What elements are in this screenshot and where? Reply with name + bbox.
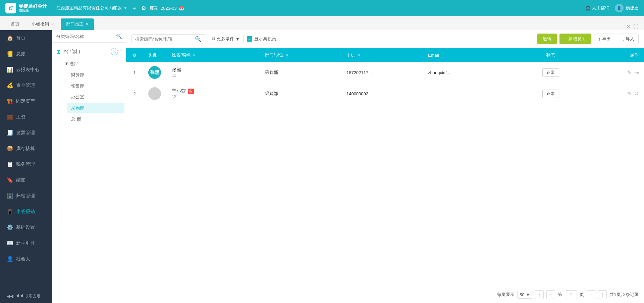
tab-department-close[interactable]: ✕ (86, 22, 89, 27)
import-button[interactable]: ↓ 导入 (618, 34, 639, 44)
tab-department[interactable]: 部门员工 ✕ (61, 18, 94, 30)
row1-dept-cell: 采购部 (260, 62, 341, 83)
page-number-input[interactable] (565, 290, 577, 299)
show-resigned-checkbox[interactable]: ✓ (247, 36, 252, 42)
sidebar-item-guide[interactable]: 📖 新手引导 (0, 235, 52, 251)
row2-name-row: 宁小萱 应 (172, 88, 254, 94)
sidebar-item-checkout-label: 结账 (16, 177, 25, 183)
column-settings-icon[interactable]: ⚙ (132, 53, 137, 58)
sidebar-item-ledger[interactable]: 📒 总账 (0, 46, 52, 62)
sidebar-item-invoice[interactable]: 🧾 发票管理 (0, 125, 52, 141)
user-area[interactable]: 👤 畅捷通 (615, 4, 639, 12)
page-size-value: 50 (520, 292, 524, 297)
sidebar-item-expense[interactable]: 📱 小畅报销 (0, 204, 52, 219)
sidebar-item-funds[interactable]: 💰 资金管理 (0, 78, 52, 93)
employee-tbody: 1 张熙 张熙 11 (126, 62, 644, 104)
tab-close-window-icon[interactable]: ✕ (626, 23, 631, 30)
page-size-select[interactable]: 50 ▼ (517, 291, 532, 299)
sidebar-item-settings[interactable]: ⚙️ 基础设置 (0, 219, 52, 235)
page-size-label: 每页显示 (497, 292, 515, 298)
show-resigned-toggle[interactable]: ✓ 显示离职员工 (247, 36, 280, 42)
salary-icon: 💼 (7, 114, 13, 120)
row1-code: 11 (172, 73, 254, 78)
tab-home[interactable]: 首页 (5, 18, 25, 30)
sidebar-item-social[interactable]: 👤 社会人 (0, 251, 52, 267)
row2-name: 宁小萱 (172, 88, 186, 94)
company-selector[interactable]: 江西服宝精品有限责任公司内账张 ▼ (56, 5, 127, 11)
last-page-button[interactable]: ⟫ (598, 290, 607, 299)
row1-logout-icon[interactable]: ⇥ (634, 69, 639, 76)
sidebar-item-ledger-label: 总账 (16, 51, 25, 57)
dept-all-header[interactable]: ⊞ 全部部门 ✎ « (52, 45, 126, 58)
row2-dept: 采购部 (265, 91, 278, 96)
dept-edit-button[interactable]: ✎ (111, 48, 118, 55)
row2-badge: 应 (188, 89, 194, 94)
sidebar-item-salary[interactable]: 💼 工资 (0, 109, 52, 125)
sidebar-item-tax[interactable]: 📋 税务管理 (0, 156, 52, 172)
dept-item-xiaoshou[interactable]: 销售部 (67, 81, 124, 91)
employee-table: ⚙ 头像 姓名/编码 ⇅ (126, 48, 644, 286)
period-label: 账期 (150, 5, 159, 11)
dept-item-bangongshi[interactable]: 办公室 (67, 92, 124, 102)
dept-item-zongbu[interactable]: ▼ 总部 (60, 58, 124, 69)
cancel-fixed-button[interactable]: ◀◀ ◀◀ 取消固定 (0, 289, 52, 303)
dept-item-zongbu2[interactable]: 总 部 (67, 114, 124, 124)
tab-expense-close[interactable]: ✕ (51, 22, 54, 27)
export-icon: ↑ (598, 37, 601, 42)
invite-button[interactable]: 邀请 (537, 34, 557, 44)
dept-search-icon[interactable]: 🔍 (116, 34, 122, 39)
top-header: 好 畅捷通好会计 旗舰版 江西服宝精品有限责任公司内账张 ▼ ＋ ⚙ 账期 20… (0, 0, 644, 16)
row2-dept-cell: 采购部 (260, 83, 341, 104)
row2-edit-icon[interactable]: ✎ (627, 91, 632, 97)
phone-sort-icon: ⇅ (357, 53, 360, 57)
row2-refresh-icon[interactable]: ↺ (634, 91, 639, 97)
tab-maximize-icon[interactable]: ⛶ (633, 24, 639, 30)
th-phone[interactable]: 手机 ⇅ (341, 48, 423, 62)
settings-icon[interactable]: ⚙ (141, 5, 146, 11)
social-icon: 👤 (7, 256, 13, 262)
dept-collapse-icon[interactable]: « (119, 48, 122, 55)
row1-status-badge: 正常 (542, 68, 559, 77)
dept-item-caiwu[interactable]: 财务部 (67, 69, 124, 80)
dept-zongbu-label: 总部 (70, 61, 78, 66)
add-company-button[interactable]: ＋ (131, 4, 137, 12)
calendar-icon[interactable]: 📅 (179, 6, 184, 11)
prev-page-button[interactable]: ‹ (546, 290, 555, 299)
table-row: 1 张熙 张熙 11 (126, 62, 644, 83)
import-icon: ↓ (622, 37, 625, 42)
th-action: 操作 (586, 48, 644, 62)
filter-more-button[interactable]: ⧉ 更多条件 ▼ (209, 34, 244, 44)
dept-sub-group: 财务部 销售部 办公室 采购部 总 部 (59, 69, 126, 124)
sidebar-item-assets[interactable]: 🏗️ 固定资产 (0, 93, 52, 109)
dept-group: ▼ 总部 财务部 销售部 办公室 采 (52, 58, 126, 124)
th-name[interactable]: 姓名/编码 ⇅ (166, 48, 260, 62)
row1-edit-icon[interactable]: ✎ (627, 69, 632, 76)
row1-name: 张熙 (172, 67, 181, 73)
sidebar-item-inventory[interactable]: 📦 库存核算 (0, 141, 52, 156)
dept-item-caigou[interactable]: 采购部 (67, 103, 124, 113)
sidebar-item-checkout[interactable]: 🔖 结账 (0, 172, 52, 188)
dept-panel: 🔍 ⊞ 全部部门 ✎ « ▼ 总部 (52, 30, 126, 303)
row1-name-code: 张熙 11 (172, 67, 254, 78)
first-page-button[interactable]: ⟪ (535, 290, 544, 299)
dept-caigou-label: 采购部 (71, 105, 84, 110)
sidebar-item-reports[interactable]: 📊 云报表中心 (0, 62, 52, 78)
customer-service-button[interactable]: 🎧 人工咨询 (585, 5, 609, 11)
th-dept[interactable]: 部门/职位 ⇅ (260, 48, 341, 62)
tab-expense[interactable]: 小畅报销 ✕ (26, 18, 59, 30)
export-button[interactable]: ↑ 导出 (594, 34, 615, 44)
employee-search-input[interactable] (135, 37, 193, 42)
sidebar-item-archive[interactable]: 🗄️ 归档管理 (0, 188, 52, 204)
dept-search-area: 🔍 (52, 30, 126, 43)
toolbar-right: 邀请 + 新增员工 ↑ 导出 ↓ 导入 (537, 34, 639, 44)
tab-department-label: 部门员工 (66, 21, 84, 27)
dept-search-input[interactable] (56, 34, 114, 39)
dept-bangongshi-label: 办公室 (71, 94, 84, 99)
th-settings[interactable]: ⚙ (126, 48, 143, 62)
filter-label: 更多条件 (217, 36, 234, 42)
add-employee-button[interactable]: + 新增员工 (559, 34, 591, 44)
sidebar-item-home[interactable]: 🏠 首页 (0, 30, 52, 46)
employee-search-icon[interactable]: 🔍 (195, 36, 202, 42)
pagination-bar: 每页显示 50 ▼ ⟪ ‹ 第 页 › ⟫ 共1页, 2条记录 (126, 286, 644, 303)
next-page-button[interactable]: › (587, 290, 595, 299)
